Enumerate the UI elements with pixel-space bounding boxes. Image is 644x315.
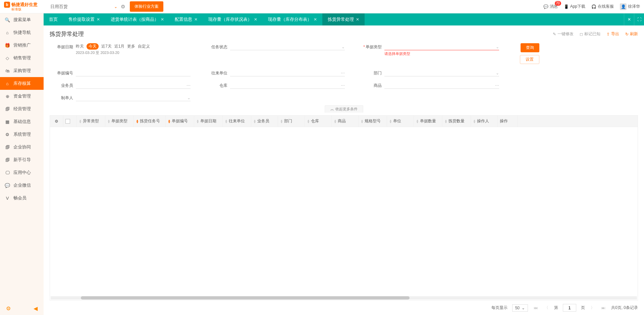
last-page-button[interactable]: ⏭ bbox=[600, 306, 606, 310]
sort-icon[interactable]: ▲▼ bbox=[107, 119, 110, 123]
close-icon[interactable]: ✕ bbox=[97, 17, 100, 22]
col-product[interactable]: ▲▼商品 bbox=[332, 116, 359, 127]
sidebar-item-10[interactable]: 🗐企业协同 bbox=[0, 141, 44, 153]
date-opt-4[interactable]: 更多 bbox=[127, 44, 135, 49]
mark-known-button[interactable]: ◻标记已知 bbox=[580, 31, 600, 37]
col-gear[interactable]: ⚙ bbox=[50, 116, 63, 127]
warehouse-input[interactable] bbox=[230, 82, 345, 89]
sort-icon[interactable]: ▲▼ bbox=[280, 119, 283, 123]
close-icon[interactable]: ✕ bbox=[314, 17, 317, 22]
chevron-down-icon[interactable]: ⌄ bbox=[496, 45, 499, 49]
sidebar-collapse-icon[interactable]: ◀ bbox=[34, 305, 38, 312]
first-page-button[interactable]: ⏮ bbox=[533, 306, 539, 310]
sidebar-item-4[interactable]: 🛍采购管理 bbox=[0, 64, 44, 77]
experience-plan-button[interactable]: 体验行业方案 bbox=[130, 1, 163, 12]
chevron-down-icon[interactable]: ⌄ bbox=[114, 4, 117, 9]
sidebar-item-12[interactable]: 🖵应用中心 bbox=[0, 166, 44, 179]
online-service-link[interactable]: 🎧 在线客服 bbox=[591, 4, 614, 9]
close-icon[interactable]: ✕ bbox=[254, 17, 257, 22]
partner-input[interactable] bbox=[230, 69, 345, 76]
tab-3[interactable]: 配置信息✕ bbox=[169, 13, 203, 25]
sidebar-item-5[interactable]: ⌂库存核算 bbox=[0, 77, 44, 90]
sidebar-item-8[interactable]: ▦基础信息 bbox=[0, 115, 44, 128]
col-task_no[interactable]: ▲▼拣货任务号 bbox=[134, 116, 166, 127]
sort-icon[interactable]: ▲▼ bbox=[253, 119, 256, 123]
col-warehouse[interactable]: ▲▼仓库 bbox=[305, 116, 332, 127]
sidebar-item-14[interactable]: V畅会员 bbox=[0, 192, 44, 204]
date-opt-5[interactable]: 自定义 bbox=[138, 44, 150, 49]
tab-0[interactable]: 首页 bbox=[44, 13, 63, 25]
sort-icon[interactable]: ▲▼ bbox=[307, 119, 310, 123]
col-bill_qty[interactable]: ▲▼单据数量 bbox=[414, 116, 442, 127]
sort-icon[interactable]: ▲▼ bbox=[225, 119, 228, 123]
sidebar-item-11[interactable]: 🗐新手引导 bbox=[0, 153, 44, 166]
sidebar-settings-icon[interactable]: ⚙ bbox=[6, 305, 11, 312]
sidebar-item-6[interactable]: ⊕资金管理 bbox=[0, 90, 44, 103]
col-abn_type[interactable]: ▲▼异常类型 bbox=[77, 116, 105, 127]
sort-icon[interactable]: ▲▼ bbox=[389, 119, 392, 123]
col-unit[interactable]: ▲▼单位 bbox=[387, 116, 414, 127]
maker-select[interactable] bbox=[76, 94, 191, 101]
sort-icon[interactable]: ▲▼ bbox=[79, 119, 82, 123]
bill-type-select[interactable] bbox=[384, 43, 499, 50]
sidebar-item-13[interactable]: 💬企业微信 bbox=[0, 179, 44, 192]
next-page-button[interactable]: 〉 bbox=[590, 305, 596, 311]
col-spec[interactable]: ▲▼规格型号 bbox=[359, 116, 387, 127]
close-icon[interactable]: ✕ bbox=[356, 17, 359, 22]
chevron-down-icon[interactable]: ⌄ bbox=[187, 96, 191, 100]
sort-icon[interactable]: ▲▼ bbox=[416, 119, 419, 123]
query-button[interactable]: 查询 bbox=[521, 43, 539, 52]
settings-button[interactable]: 设置 bbox=[520, 55, 539, 64]
refresh-button[interactable]: ↻刷新 bbox=[625, 31, 638, 37]
col-bill_no[interactable]: ▲▼单据编号 bbox=[166, 116, 194, 127]
close-all-tabs-button[interactable]: ✕ bbox=[624, 13, 634, 25]
date-opt-1[interactable]: 今天 bbox=[87, 43, 99, 50]
col-dept[interactable]: ▲▼部门 bbox=[278, 116, 305, 127]
product-input[interactable] bbox=[384, 82, 499, 89]
col-operator[interactable]: ▲▼操作人 bbox=[471, 116, 498, 127]
sort-icon[interactable]: ▲▼ bbox=[334, 119, 337, 123]
scrollbar-thumb[interactable] bbox=[81, 296, 410, 300]
sidebar-item-7[interactable]: 🗐经营管理 bbox=[0, 103, 44, 115]
fullscreen-button[interactable]: ⛶ bbox=[634, 13, 644, 25]
tab-4[interactable]: 现存量（库存状况表）✕ bbox=[203, 13, 263, 25]
shop-selector-label[interactable]: 日用百货 bbox=[50, 4, 111, 10]
date-opt-3[interactable]: 近1月 bbox=[114, 44, 125, 49]
export-button[interactable]: ⇪导出 bbox=[606, 31, 619, 37]
horizontal-scrollbar[interactable] bbox=[51, 296, 637, 300]
task-status-select[interactable] bbox=[230, 43, 345, 50]
date-opt-2[interactable]: 近7天 bbox=[101, 44, 112, 49]
more-icon[interactable]: ⋯ bbox=[341, 71, 345, 75]
sort-icon[interactable]: ▲▼ bbox=[196, 119, 199, 123]
col-pick_qty[interactable]: ▲▼拣货数量 bbox=[442, 116, 471, 127]
sidebar-item-9[interactable]: ⚙系统管理 bbox=[0, 128, 44, 141]
more-icon[interactable]: ⋯ bbox=[186, 83, 191, 88]
tab-6[interactable]: 拣货异常处理✕ bbox=[322, 13, 365, 25]
col-action[interactable]: 操作 bbox=[498, 116, 518, 127]
sidebar-item-1[interactable]: ⌂快捷导航 bbox=[0, 26, 44, 39]
col-bill_date[interactable]: ▲▼单据日期 bbox=[194, 116, 223, 127]
col-bill_type[interactable]: ▲▼单据类型 bbox=[105, 116, 134, 127]
salesman-input[interactable] bbox=[76, 82, 191, 89]
tab-2[interactable]: 进货单统计表（按商品）✕ bbox=[105, 13, 169, 25]
col-check[interactable] bbox=[63, 116, 77, 127]
app-download-link[interactable]: 📱 App下载 bbox=[564, 4, 585, 9]
close-icon[interactable]: ✕ bbox=[194, 17, 198, 22]
dept-select[interactable] bbox=[384, 69, 499, 76]
more-icon[interactable]: ⋯ bbox=[341, 83, 345, 88]
collapse-filters-toggle[interactable]: ︽ 收起更多条件 bbox=[325, 105, 363, 113]
chevron-down-icon[interactable]: ⌄ bbox=[496, 71, 499, 75]
user-menu[interactable]: 👤 徐泽华 bbox=[620, 3, 640, 10]
page-number-input[interactable] bbox=[563, 304, 576, 312]
page-size-select[interactable]: 50⌄ bbox=[512, 304, 528, 312]
sidebar-item-2[interactable]: 🎁营销推广 bbox=[0, 39, 44, 52]
sidebar-item-0[interactable]: 🔍搜索菜单 bbox=[0, 13, 44, 26]
messages-link[interactable]: 💬 消息 70 bbox=[543, 4, 558, 9]
sidebar-item-3[interactable]: ◇销售管理 bbox=[0, 52, 44, 64]
more-icon[interactable]: ⋯ bbox=[495, 83, 499, 88]
col-partner[interactable]: ▲▼往来单位 bbox=[223, 116, 251, 127]
sort-icon[interactable]: ▲▼ bbox=[444, 119, 447, 123]
tab-1[interactable]: 售价提取设置✕ bbox=[63, 13, 105, 25]
gear-icon[interactable]: ⚙ bbox=[121, 4, 125, 10]
gear-icon[interactable]: ⚙ bbox=[55, 119, 58, 124]
